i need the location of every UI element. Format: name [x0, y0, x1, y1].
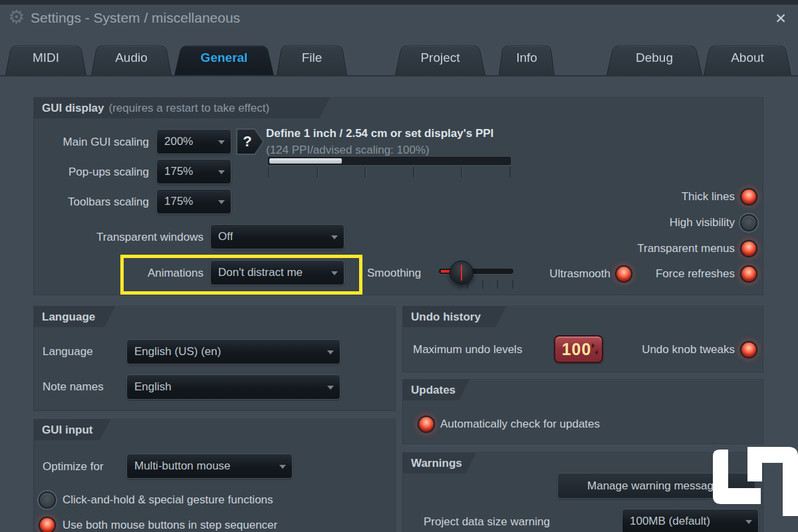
tab-label: General	[174, 41, 274, 75]
thick-lines-label: Thick lines	[535, 188, 735, 205]
section-title: GUI display	[42, 102, 104, 115]
section-title: Language	[42, 311, 95, 324]
tab-audio[interactable]: Audio	[91, 41, 172, 75]
language-value: English (US) (en)	[134, 345, 221, 358]
tab-label: Info	[499, 41, 555, 75]
tab-project[interactable]: Project	[395, 41, 485, 75]
undo-knob-tweaks-label: Undo knob tweaks	[602, 341, 735, 358]
click-and-hold-led[interactable]	[39, 491, 56, 509]
updates-header: Updates	[403, 380, 469, 400]
transparent-menus-label: Transparent menus	[535, 240, 735, 257]
chevron-down-icon	[218, 170, 225, 178]
ppi-slider-fill	[269, 158, 342, 164]
tab-info[interactable]: Info	[499, 41, 555, 75]
main-gui-scaling-label: Main GUI scaling	[16, 134, 149, 150]
tab-label: Project	[395, 41, 485, 75]
window-title: Settings - System / miscellaneous	[31, 10, 240, 26]
gui-display-header: GUI display (requires a restart to take …	[34, 98, 330, 118]
transparent-windows-value: Off	[218, 230, 233, 243]
both-mouse-buttons-label: Use both mouse buttons in step sequencer	[63, 517, 277, 532]
manage-warnings-button-label: Manage warning messages	[587, 479, 726, 493]
smoothing-slider-knob[interactable]	[450, 261, 473, 285]
animations-highlight-box	[120, 255, 362, 295]
gear-icon: ⚙	[8, 6, 25, 28]
chevron-down-icon	[331, 235, 338, 243]
gui-input-header: GUI input	[34, 420, 110, 440]
toolbars-scaling-value: 175%	[164, 195, 193, 208]
tab-label: MIDI	[5, 41, 86, 75]
optimize-for-dropdown[interactable]: Multi-button mouse	[126, 454, 293, 479]
high-visibility-led[interactable]	[740, 214, 757, 231]
tab-file[interactable]: File	[277, 41, 347, 75]
chevron-down-icon	[218, 200, 225, 207]
main-gui-scaling-value: 200%	[164, 135, 193, 148]
tab-label: Audio	[91, 41, 172, 75]
popups-scaling-dropdown[interactable]: 175%	[156, 159, 231, 184]
optimize-for-value: Multi-button mouse	[134, 460, 231, 473]
ppi-ruler	[268, 167, 511, 178]
smoothing-label: Smoothing	[367, 265, 421, 281]
chevron-down-icon	[279, 465, 286, 472]
auto-check-updates-label: Automatically check for updates	[440, 416, 600, 432]
window-top-edge	[0, 0, 798, 5]
force-refreshes-led[interactable]	[740, 265, 757, 283]
settings-window: ⚙ Settings - System / miscellaneous ✕ MI…	[0, 0, 798, 532]
project-data-size-value: 100MB (default)	[630, 515, 710, 528]
optimize-for-label: Optimize for	[43, 458, 104, 475]
section-title: Updates	[411, 384, 456, 397]
chevron-down-icon	[327, 386, 334, 393]
tabbar-divider	[0, 75, 798, 76]
chevron-down-icon	[218, 140, 225, 148]
watermark-logo	[713, 447, 798, 516]
close-icon[interactable]: ✕	[771, 9, 790, 28]
tab-about[interactable]: About	[704, 41, 791, 75]
tab-midi[interactable]: MIDI	[5, 41, 86, 75]
tab-label: About	[704, 41, 791, 75]
chevron-down-icon	[327, 350, 334, 358]
tab-debug[interactable]: Debug	[606, 41, 702, 75]
transparent-windows-label: Transparent windows	[37, 229, 203, 245]
max-undo-levels-stepper[interactable]: 100	[554, 335, 603, 363]
note-names-dropdown[interactable]: English	[126, 374, 340, 400]
undo-history-header: Undo history	[403, 307, 506, 327]
click-and-hold-label: Click-and-hold & special gesture functio…	[63, 491, 273, 508]
note-names-label: Note names	[43, 378, 104, 395]
tab-general[interactable]: General	[174, 41, 274, 75]
popups-scaling-value: 175%	[164, 165, 193, 178]
both-mouse-buttons-led[interactable]	[39, 517, 56, 532]
section-title: Undo history	[411, 311, 481, 324]
max-undo-levels-value: 100	[562, 340, 592, 359]
stepper-up-icon	[592, 343, 598, 348]
transparent-windows-dropdown[interactable]: Off	[210, 224, 344, 249]
warnings-header: Warnings	[403, 453, 476, 473]
section-subtitle: (requires a restart to take effect)	[109, 102, 270, 115]
note-names-value: English	[134, 380, 172, 394]
chevron-down-icon	[745, 520, 752, 527]
undo-knob-tweaks-led[interactable]	[740, 341, 757, 358]
language-dropdown[interactable]: English (US) (en)	[126, 339, 340, 364]
toolbars-scaling-label: Toolbars scaling	[16, 194, 149, 210]
auto-check-updates-led[interactable]	[418, 416, 435, 433]
language-header: Language	[34, 307, 115, 327]
thick-lines-led[interactable]	[740, 188, 757, 205]
language-label: Language	[43, 343, 93, 360]
popups-scaling-label: Pop-ups scaling	[16, 164, 149, 180]
project-data-size-label: Project data size warning	[424, 513, 550, 530]
section-title: GUI input	[42, 424, 92, 437]
ppi-slider[interactable]	[268, 157, 511, 165]
max-undo-levels-label: Maximum undo levels	[413, 341, 522, 358]
toolbars-scaling-dropdown[interactable]: 175%	[156, 189, 231, 214]
transparent-menus-led[interactable]	[740, 240, 757, 257]
force-refreshes-label: Force refreshes	[535, 265, 735, 282]
high-visibility-label: High visibility	[535, 214, 735, 231]
tab-label: Debug	[606, 41, 702, 75]
section-title: Warnings	[411, 457, 462, 470]
stepper-down-icon	[592, 350, 598, 355]
tab-label: File	[277, 41, 347, 75]
ppi-advised-text: (124 PPI/advised scaling: 100%)	[266, 142, 430, 158]
main-gui-scaling-dropdown[interactable]: 200%	[156, 129, 231, 154]
ppi-define-text: Define 1 inch / 2.54 cm or set display's…	[266, 126, 493, 142]
